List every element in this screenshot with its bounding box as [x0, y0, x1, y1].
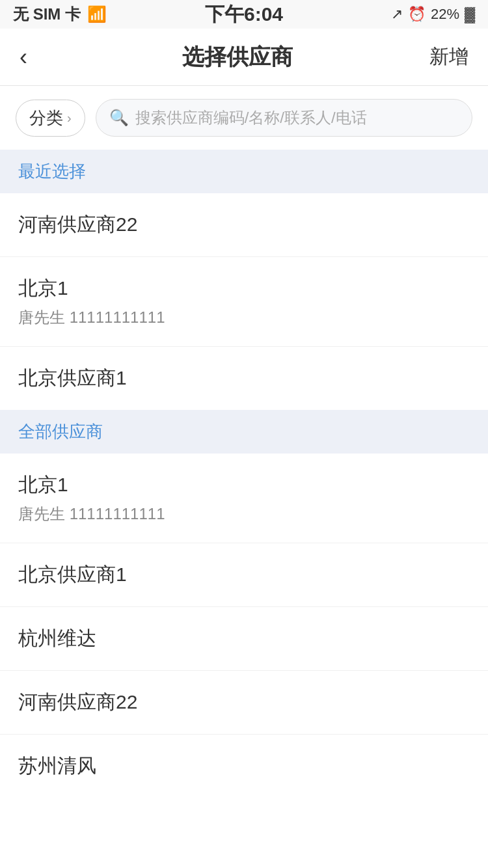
item-name: 北京供应商1: [18, 562, 470, 588]
status-right: ↗ ⏰ 22% ▓: [391, 6, 475, 23]
category-button[interactable]: 分类 ›: [16, 100, 85, 137]
all-section-header: 全部供应商: [0, 410, 488, 454]
item-name: 河南供应商22: [18, 689, 470, 716]
status-left: 无 SIM 卡 📶: [13, 4, 107, 25]
filter-bar: 分类 › 🔍 搜索供应商编码/名称/联系人/电话: [0, 86, 488, 150]
status-bar: 无 SIM 卡 📶 下午6:04 ↗ ⏰ 22% ▓: [0, 0, 488, 29]
item-name: 北京供应商1: [18, 365, 470, 392]
location-icon: ↗: [391, 6, 403, 23]
page-title: 选择供应商: [182, 42, 293, 72]
battery-icon: ▓: [465, 6, 475, 23]
recent-list: 河南供应商22 北京1 唐先生 11111111111 北京供应商1: [0, 193, 488, 410]
recent-section-header: 最近选择: [0, 150, 488, 193]
all-suppliers-list: 北京1 唐先生 11111111111 北京供应商1 杭州维达 河南供应商22 …: [0, 454, 488, 798]
item-name: 杭州维达: [18, 625, 470, 652]
search-box[interactable]: 🔍 搜索供应商编码/名称/联系人/电话: [96, 99, 472, 137]
search-placeholder: 搜索供应商编码/名称/联系人/电话: [135, 107, 367, 128]
item-name: 河南供应商22: [18, 211, 470, 238]
sim-status: 无 SIM 卡: [13, 4, 81, 25]
item-sub: 唐先生 11111111111: [18, 307, 470, 328]
add-button[interactable]: 新增: [416, 44, 468, 70]
item-name: 苏州清风: [18, 753, 470, 780]
all-label: 全部供应商: [18, 422, 103, 441]
list-item[interactable]: 杭州维达: [0, 607, 488, 671]
status-time: 下午6:04: [205, 1, 283, 28]
chevron-right-icon: ›: [67, 111, 72, 126]
back-button[interactable]: ‹: [20, 44, 59, 71]
wifi-icon: 📶: [87, 5, 107, 23]
item-sub: 唐先生 11111111111: [18, 504, 470, 524]
list-item[interactable]: 河南供应商22: [0, 671, 488, 735]
search-icon: 🔍: [109, 109, 129, 127]
item-name: 北京1: [18, 472, 470, 498]
recent-label: 最近选择: [18, 161, 86, 181]
list-item[interactable]: 北京1 唐先生 11111111111: [0, 454, 488, 543]
list-item[interactable]: 河南供应商22: [0, 193, 488, 257]
list-item[interactable]: 苏州清风: [0, 735, 488, 798]
list-item[interactable]: 北京1 唐先生 11111111111: [0, 257, 488, 347]
battery-level: 22%: [431, 6, 459, 23]
list-item[interactable]: 北京供应商1: [0, 347, 488, 410]
alarm-icon: ⏰: [408, 6, 426, 23]
item-name: 北京1: [18, 275, 470, 302]
category-label: 分类: [29, 107, 63, 129]
nav-bar: ‹ 选择供应商 新增: [0, 29, 488, 86]
list-item[interactable]: 北京供应商1: [0, 543, 488, 607]
